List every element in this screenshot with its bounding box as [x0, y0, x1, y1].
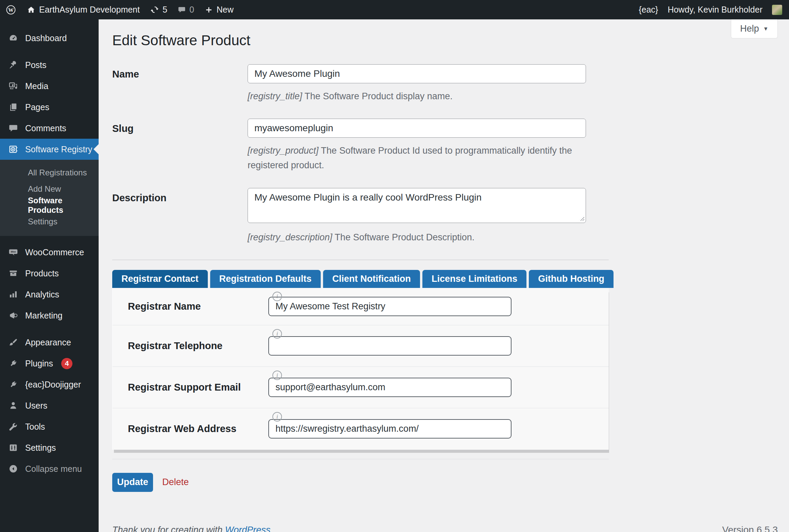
woocommerce-icon: Woo: [7, 246, 19, 258]
menu-separator: [0, 49, 99, 54]
comment-bubble-icon: [178, 5, 186, 14]
admin-sidebar: Dashboard Posts Media Pages Comments Sof…: [0, 19, 99, 532]
name-input[interactable]: [248, 64, 586, 83]
form-actions: Update Delete: [112, 473, 778, 492]
sidebar-item-media[interactable]: Media: [0, 75, 99, 97]
sidebar-item-posts[interactable]: Posts: [0, 54, 99, 75]
thanks-text: Thank you for creating with: [112, 525, 225, 532]
info-icon[interactable]: i: [272, 412, 282, 422]
sidebar-item-label: Software Registry: [25, 144, 92, 154]
thanks-period: .: [270, 525, 273, 532]
updates-link[interactable]: 5: [150, 5, 167, 15]
info-icon[interactable]: i: [272, 371, 282, 380]
registrar-support-email-input[interactable]: [268, 378, 511, 397]
registrar-telephone-label: Registrar Telephone: [128, 340, 268, 351]
help-label: Help: [740, 23, 759, 34]
sidebar-item-dashboard[interactable]: Dashboard: [0, 28, 99, 49]
sidebar-item-comments[interactable]: Comments: [0, 118, 99, 139]
submenu-item-add-new[interactable]: Add New: [0, 181, 99, 197]
sidebar-item-label: Marketing: [25, 311, 63, 321]
description-label: Description: [112, 188, 248, 245]
sidebar-item-software-registry[interactable]: Software Registry: [0, 139, 99, 160]
sidebar-item-plugins[interactable]: Plugins 4: [0, 353, 99, 374]
wordpress-link[interactable]: WordPress: [225, 525, 271, 532]
settings-tabs: Registrar Contact Registration Defaults …: [112, 270, 609, 288]
product-form: Name [registry_title] The Software Produ…: [112, 64, 778, 245]
comment-bubble-icon: [7, 122, 19, 134]
sidebar-item-label: Analytics: [25, 290, 59, 299]
sidebar-item-label: Media: [25, 81, 48, 91]
info-icon[interactable]: i: [272, 292, 282, 301]
howdy-menu[interactable]: Howdy, Kevin Burkholder: [668, 5, 762, 15]
site-name-link[interactable]: EarthAsylum Development: [27, 5, 140, 15]
sidebar-item-products[interactable]: Products: [0, 263, 99, 284]
registrar-telephone-row: Registrar Telephone i: [113, 325, 609, 367]
comments-link[interactable]: 0: [178, 5, 194, 15]
bar-chart-icon: [7, 289, 19, 300]
helper-text: The Software Product display name.: [302, 91, 453, 101]
sidebar-item-marketing[interactable]: Marketing: [0, 305, 99, 326]
user-avatar[interactable]: [772, 5, 782, 15]
slug-input[interactable]: [248, 119, 586, 138]
tab-license-limitations[interactable]: License Limitations: [422, 270, 526, 288]
sidebar-item-label: Pages: [25, 102, 49, 112]
footer-thanks: Thank you for creating with WordPress.: [112, 525, 273, 532]
sidebar-item-collapse-menu[interactable]: Collapse menu: [0, 458, 99, 479]
page-title: Edit Software Product: [112, 32, 778, 49]
chevron-down-icon: ▼: [763, 26, 769, 32]
shortcode-label: [registry_product]: [248, 145, 319, 156]
sidebar-item-settings[interactable]: Settings: [0, 437, 99, 458]
user-icon: [7, 400, 19, 411]
svg-text:Woo: Woo: [11, 251, 16, 253]
slug-helper: [registry_product] The Software Product …: [248, 143, 581, 173]
new-menu[interactable]: New: [204, 5, 234, 15]
info-icon[interactable]: i: [272, 329, 282, 339]
update-button[interactable]: Update: [112, 473, 153, 492]
svg-text:W: W: [8, 7, 14, 13]
submenu-item-software-products[interactable]: Software Products: [0, 197, 99, 213]
sidebar-item-label: Dashboard: [25, 33, 67, 43]
help-button[interactable]: Help ▼: [731, 19, 778, 38]
tab-github-hosting[interactable]: Github Hosting: [529, 270, 614, 288]
slug-field-row: Slug [registry_product] The Software Pro…: [112, 119, 778, 173]
tab-registrar-contact[interactable]: Registrar Contact: [112, 270, 208, 288]
pushpin-icon: [7, 59, 19, 71]
sidebar-item-tools[interactable]: Tools: [0, 416, 99, 437]
submenu-item-settings[interactable]: Settings: [0, 213, 99, 230]
description-textarea[interactable]: My Awesome Plugin is a really cool WordP…: [248, 188, 586, 223]
sidebar-item-eac-doojigger[interactable]: {eac}Doojigger: [0, 374, 99, 395]
submenu-item-all-registrations[interactable]: All Registrations: [0, 165, 99, 181]
menu-separator: [0, 236, 99, 242]
tab-registration-defaults[interactable]: Registration Defaults: [210, 270, 321, 288]
plugins-update-badge: 4: [61, 358, 72, 369]
sidebar-item-label: Tools: [25, 422, 45, 432]
sidebar-item-woocommerce[interactable]: Woo WooCommerce: [0, 242, 99, 263]
name-helper: [registry_title] The Software Product di…: [248, 89, 581, 104]
main-content: Help ▼ Edit Software Product Name [regis…: [99, 19, 789, 532]
wordpress-logo-icon[interactable]: W: [5, 4, 16, 15]
submit-divider: [112, 459, 609, 459]
registrar-web-address-label: Registrar Web Address: [128, 423, 268, 434]
description-helper: [registry_description] The Software Prod…: [248, 230, 581, 245]
comment-count: 0: [189, 5, 194, 15]
sidebar-item-label: Users: [25, 401, 47, 411]
sidebar-item-label: Posts: [25, 60, 47, 70]
sidebar-item-appearance[interactable]: Appearance: [0, 332, 99, 353]
tab-client-notification[interactable]: Client Notification: [323, 270, 420, 288]
shortcode-label: [registry_description]: [248, 232, 332, 242]
registrar-telephone-input[interactable]: [268, 336, 511, 356]
registrar-name-input[interactable]: [268, 297, 511, 316]
software-registry-icon: [7, 143, 19, 155]
products-box-icon: [7, 268, 19, 279]
delete-link[interactable]: Delete: [162, 477, 189, 487]
megaphone-icon: [7, 310, 19, 321]
name-field-row: Name [registry_title] The Software Produ…: [112, 64, 778, 104]
registrar-web-address-input[interactable]: [268, 419, 511, 439]
sidebar-item-analytics[interactable]: Analytics: [0, 284, 99, 305]
eac-menu[interactable]: {eac}: [639, 5, 658, 15]
registrar-support-email-label: Registrar Support Email: [128, 382, 268, 393]
sidebar-item-label: Appearance: [25, 338, 71, 347]
sidebar-item-label: Comments: [25, 123, 66, 133]
sidebar-item-pages[interactable]: Pages: [0, 97, 99, 118]
sidebar-item-users[interactable]: Users: [0, 395, 99, 416]
